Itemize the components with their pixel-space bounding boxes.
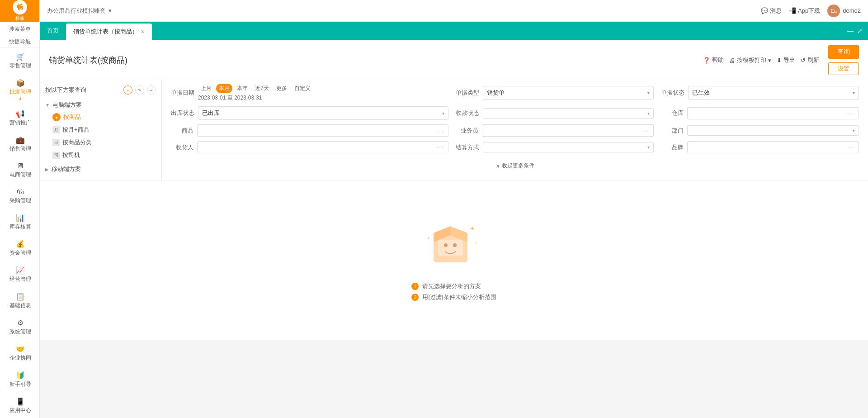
tab-close-icon[interactable]: ✕ — [141, 29, 145, 35]
help-button[interactable]: ❓ 帮助 — [703, 56, 724, 64]
sidebar-item-system[interactable]: ⚙ 系统管理 — [0, 314, 39, 340]
enterprise-icon: 🤝 — [16, 345, 25, 353]
sidebar-item-purchase[interactable]: 🛍 采购管理 — [0, 183, 39, 209]
brand-dots: ··· — [847, 144, 855, 151]
search-menu[interactable]: 搜索菜单 — [0, 22, 39, 35]
warehouse-control[interactable]: ··· — [687, 107, 859, 119]
maximize-button[interactable]: ⤢ — [857, 27, 863, 34]
export-icon: ⬇ — [777, 57, 782, 64]
sidebar-item-enterprise[interactable]: 🤝 企业协同 — [0, 340, 39, 366]
filter-sidebar-title: 按以下方案查询 — [45, 86, 86, 94]
mobile-plan-arrow: ▶ — [45, 167, 49, 172]
department-label: 部门 — [661, 127, 684, 135]
content: 销货单统计表(按商品) ❓ 帮助 🖨 按模板打印 ▾ ⬇ 导出 — [40, 40, 868, 418]
sidebar-item-operation[interactable]: 📈 经营管理 — [0, 261, 39, 288]
sidebar-item-basic[interactable]: 📋 基础信息 — [0, 288, 39, 314]
sidebar-item-appcenter[interactable]: 📱 应用中心 — [0, 393, 39, 418]
receiver-label: 收货人 — [171, 143, 193, 152]
payment-control[interactable]: ▾ — [483, 142, 654, 152]
edit-plan-button[interactable]: ✎ — [135, 86, 144, 95]
dropdown-icon[interactable]: ▾ — [108, 7, 112, 14]
sidebar-item-marketing[interactable]: 📢 营销推广 — [0, 105, 39, 131]
product-control[interactable]: ··· — [197, 124, 448, 137]
date-tabs: 上月 本月 本年 近7天 更多 自定义 — [198, 84, 445, 93]
date-tab-custom[interactable]: 自定义 — [292, 84, 313, 93]
outstatus-label: 出库状态 — [171, 109, 194, 117]
plan-item-by-product[interactable]: ● 按商品 — [40, 111, 161, 124]
app-download-action[interactable]: 📲 App下载 — [789, 7, 820, 15]
filter-product-field: 商品 ··· — [171, 124, 448, 137]
plan-item-by-month-product[interactable]: 月 按月+商品 — [40, 124, 161, 136]
download-icon: 📲 — [789, 7, 796, 14]
department-control[interactable]: ▾ — [687, 125, 859, 136]
sidebar-item-finance[interactable]: 💰 资金管理 — [0, 235, 39, 261]
filter-doctype-field: 单据类型 销货单 ▾ — [456, 86, 654, 100]
refresh-button[interactable]: ↺ 刷新 — [801, 56, 819, 64]
brand-control[interactable]: ··· — [687, 141, 859, 153]
quick-nav[interactable]: 快捷导航 — [0, 35, 39, 48]
print-button[interactable]: 🖨 按模板打印 ▾ — [729, 56, 771, 64]
salesperson-control[interactable]: ··· — [482, 124, 654, 137]
receiver-control[interactable]: ··· — [197, 141, 448, 153]
user-action[interactable]: Ea demo2 — [827, 5, 861, 17]
topbar: 办公用品行业模拟账套 ▾ 💬 消息 📲 App下载 Ea demo2 — [40, 0, 868, 22]
date-tab-more[interactable]: 更多 — [274, 84, 290, 93]
message-action[interactable]: 💬 消息 — [761, 7, 782, 15]
export-button[interactable]: ⬇ 导出 — [777, 56, 795, 64]
tab-home[interactable]: 首页 — [40, 22, 66, 40]
setting-button[interactable]: 设置 — [828, 62, 859, 75]
doctype-control[interactable]: 销货单 ▾ — [483, 86, 654, 100]
date-tab-this-month[interactable]: 本月 — [216, 84, 232, 93]
sidebar-item-wholesale[interactable]: 📦 批发管理 ▲ — [0, 74, 39, 105]
tabbar: 首页 销货单统计表（按商品） ✕ — ⤢ — [40, 22, 868, 40]
doctype-value: 销货单 — [487, 89, 505, 97]
inventory-icon: 📊 — [16, 214, 25, 222]
plan-item-by-category[interactable]: 目 按商品分类 — [40, 136, 161, 149]
empty-step-2: 2 用[过滤]条件来缩小分析范围 — [411, 293, 496, 301]
date-tab-last-month[interactable]: 上月 — [198, 84, 214, 93]
plan-item-by-cashier[interactable]: 司 按司机 — [40, 149, 161, 162]
date-tab-7days[interactable]: 近7天 — [252, 84, 272, 93]
filter-warehouse-field: 仓库 ··· — [661, 107, 859, 119]
salesperson-dots: ··· — [642, 127, 650, 134]
receiptstatus-control[interactable]: ▾ — [483, 108, 654, 119]
finance-icon: 💰 — [16, 240, 25, 248]
plan-icon-month: 月 — [52, 126, 60, 133]
sidebar-item-sales[interactable]: 💼 销售管理 — [0, 131, 39, 157]
collapse-bar[interactable]: ∧ 收起更多条件 — [171, 158, 859, 173]
sidebar: 畅 标账 搜索菜单 快捷导航 🛒 零售管理 📦 批发管理 ▲ 📢 营销推广 💼 … — [0, 0, 40, 418]
pc-plan-header[interactable]: ▼ 电脑端方案 — [40, 99, 161, 111]
empty-state: ✦ ✦ ✦ 1 请先选择要分析的方案 2 用[过滤]条件来缩小分析范围 — [40, 181, 868, 340]
add-plan-button[interactable]: + — [123, 86, 132, 95]
date-tab-this-year[interactable]: 本年 — [234, 84, 250, 93]
docstatus-control[interactable]: 已生效 ▾ — [688, 86, 859, 100]
empty-illustration: ✦ ✦ ✦ — [422, 217, 486, 271]
svg-point-5 — [453, 243, 457, 247]
topbar-actions: 💬 消息 📲 App下载 Ea demo2 — [761, 5, 861, 17]
outstatus-control[interactable]: 已出库 ▾ — [198, 106, 448, 120]
sidebar-item-newbie[interactable]: 🔰 新手引导 — [0, 366, 39, 393]
filter-receiptstatus-field: 收款状态 ▾ — [456, 108, 654, 119]
basic-icon: 📋 — [16, 292, 25, 301]
product-dots: ··· — [437, 127, 444, 134]
sidebar-item-inventory[interactable]: 📊 库存核算 — [0, 209, 39, 235]
collapse-sidebar-button[interactable]: « — [147, 86, 156, 95]
plan-dot: ● — [52, 113, 61, 121]
sidebar-item-retail[interactable]: 🛒 零售管理 — [0, 48, 39, 74]
minimize-button[interactable]: — — [847, 27, 854, 34]
outstatus-value: 已出库 — [202, 109, 220, 117]
tab-report[interactable]: 销货单统计表（按商品） ✕ — [66, 24, 152, 40]
query-button[interactable]: 查询 — [828, 45, 859, 59]
sidebar-item-ecommerce[interactable]: 🖥 电商管理 — [0, 157, 39, 183]
filter-sidebar-header: 按以下方案查询 + ✎ « — [40, 83, 161, 97]
app-logo[interactable]: 畅 标账 — [0, 0, 39, 22]
mobile-plan-header[interactable]: ▶ 移动端方案 — [40, 163, 161, 175]
page-header: 销货单统计表(按商品) ❓ 帮助 🖨 按模板打印 ▾ ⬇ 导出 — [40, 40, 868, 79]
payment-label: 结算方式 — [456, 143, 479, 152]
doctype-label: 单据类型 — [456, 89, 479, 97]
doctype-arrow: ▾ — [647, 90, 650, 95]
logo-icon: 畅 — [13, 0, 27, 14]
print-dropdown-icon[interactable]: ▾ — [768, 57, 771, 64]
svg-text:✦: ✦ — [427, 236, 430, 241]
date-range: 2023-03-01 至 2023-03-31 — [198, 94, 448, 102]
